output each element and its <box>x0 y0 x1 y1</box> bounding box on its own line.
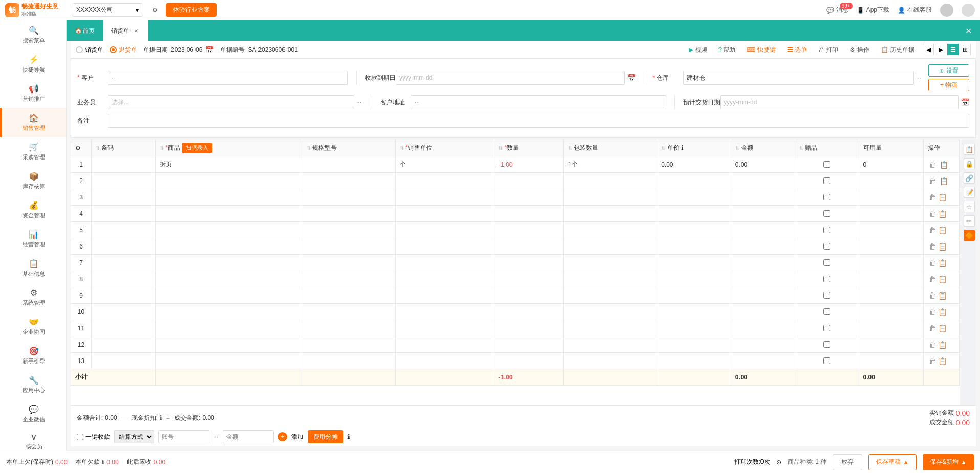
row-11-quantity[interactable] <box>494 320 564 336</box>
row-9-delete-icon[interactable]: 🗑 <box>929 291 936 300</box>
row-13-delete-icon[interactable]: 🗑 <box>929 357 936 365</box>
row-6-copy-icon[interactable]: 📋 <box>938 242 947 251</box>
row-8-delete-icon[interactable]: 🗑 <box>929 275 936 283</box>
payment-date-calendar-icon[interactable]: 📅 <box>627 74 636 82</box>
row-12-product[interactable] <box>155 336 302 353</box>
th-settings[interactable]: ⚙ <box>71 140 92 156</box>
shortcut-btn[interactable]: ⌨ 快捷键 <box>744 44 778 55</box>
row-7-quantity[interactable] <box>494 255 564 271</box>
row-9-copy-icon[interactable]: 📋 <box>938 291 947 300</box>
expected-date-calendar-icon[interactable]: 📅 <box>961 98 969 106</box>
row-3-product[interactable] <box>155 189 302 206</box>
right-panel-note-icon[interactable]: 📝 <box>964 187 975 198</box>
row-10-quantity[interactable] <box>494 304 564 320</box>
row-11-copy-icon[interactable]: 📋 <box>938 324 947 332</box>
warehouse-dots[interactable]: ··· <box>914 74 923 81</box>
sidebar-item-quick-nav[interactable]: ⚡ 快捷导航 <box>0 50 66 79</box>
settings-button[interactable]: ⊙ 设置 <box>928 64 969 77</box>
tab-sales-order[interactable]: 销货单 ✕ <box>103 20 148 41</box>
row-2-price[interactable] <box>657 173 731 189</box>
row-11-delete-icon[interactable]: 🗑 <box>929 324 936 332</box>
discard-button[interactable]: 放弃 <box>833 454 862 470</box>
row-4-delete-icon[interactable]: 🗑 <box>929 210 936 218</box>
row-12-quantity[interactable] <box>494 336 564 353</box>
tab-close-icon[interactable]: ✕ <box>133 27 140 34</box>
sidebar-item-sales[interactable]: 🏠 销售管理 <box>0 108 66 137</box>
company-selector[interactable]: XXXXXX公司 ▾ <box>72 3 143 17</box>
row-13-price[interactable] <box>657 353 731 369</box>
row-8-gift[interactable] <box>795 271 859 287</box>
avatar-2[interactable] <box>962 4 975 17</box>
right-panel-clipboard-icon[interactable]: 📋 <box>964 144 975 155</box>
sidebar-item-apps[interactable]: 🔧 应用中心 <box>0 370 66 399</box>
row-5-gift[interactable] <box>795 222 859 238</box>
row-10-copy-icon[interactable]: 📋 <box>938 308 947 316</box>
row-7-delete-icon[interactable]: 🗑 <box>929 259 936 267</box>
row-5-copy-icon[interactable]: 📋 <box>938 226 947 234</box>
row-13-gift[interactable] <box>795 353 859 369</box>
fee-split-button[interactable]: 费用分摊 <box>308 430 343 443</box>
expected-date-input[interactable]: yyyy-mm-dd <box>720 95 959 109</box>
row-7-copy-icon[interactable]: 📋 <box>938 259 947 267</box>
trial-button[interactable]: 体验行业方案 <box>166 3 217 17</box>
sidebar-item-system[interactable]: ⚙ 系统管理 <box>0 283 66 312</box>
right-panel-lock-icon[interactable]: 🔒 <box>964 158 975 169</box>
calc-method-select[interactable]: 结算方式 <box>114 430 154 443</box>
scan-button[interactable]: 扫码录入 <box>182 143 212 153</box>
sidebar-item-basic-info[interactable]: 📋 基础信息 <box>0 254 66 283</box>
row-5-delete-icon[interactable]: 🗑 <box>929 226 936 234</box>
sidebar-item-business[interactable]: 📊 经营管理 <box>0 224 66 254</box>
row-1-product[interactable]: 拆页 <box>155 156 302 173</box>
row-12-gift[interactable] <box>795 336 859 353</box>
tab-home[interactable]: 🏠 首页 <box>67 20 103 41</box>
save-draft-button[interactable]: 保存草稿 ▲ <box>868 454 917 470</box>
row-8-quantity[interactable] <box>494 271 564 287</box>
row-2-quantity[interactable] <box>494 173 564 189</box>
right-panel-link-icon[interactable]: 🔗 <box>964 172 975 184</box>
row-2-gift[interactable] <box>795 173 859 189</box>
one-click-pay-check[interactable]: 一键收款 <box>77 433 110 441</box>
row-4-product[interactable] <box>155 206 302 222</box>
sidebar-item-wechat[interactable]: 💬 企业微信 <box>0 399 66 429</box>
sidebar-item-inventory[interactable]: 📦 库存核算 <box>0 166 66 195</box>
add-payment-button[interactable]: + <box>278 432 287 441</box>
row-9-quantity[interactable] <box>494 287 564 304</box>
settings-icon-btn[interactable]: ⚙ <box>147 3 162 17</box>
sidebar-item-purchase[interactable]: 🛒 采购管理 <box>0 137 66 166</box>
sidebar-item-guide[interactable]: 🎯 新手引导 <box>0 341 66 370</box>
row-1-gift[interactable] <box>795 156 859 173</box>
avatar[interactable] <box>940 4 953 17</box>
row-11-price[interactable] <box>657 320 731 336</box>
account-dots[interactable]: ··· <box>213 433 219 440</box>
row-1-delete-icon[interactable]: 🗑 <box>929 161 936 169</box>
row-3-price[interactable] <box>657 189 731 206</box>
row-5-product[interactable] <box>155 222 302 238</box>
row-2-copy-icon[interactable]: 📋 <box>940 177 948 185</box>
row-10-delete-icon[interactable]: 🗑 <box>929 308 936 316</box>
view-btn-right[interactable]: ▶ <box>935 44 946 55</box>
online-support-item[interactable]: 👤 在线客服 <box>898 6 932 14</box>
row-2-product[interactable] <box>155 173 302 189</box>
row-7-gift[interactable] <box>795 255 859 271</box>
row-9-price[interactable] <box>657 287 731 304</box>
row-13-copy-icon[interactable]: 📋 <box>938 357 947 365</box>
row-6-delete-icon[interactable]: 🗑 <box>929 242 936 251</box>
video-btn[interactable]: ▶视频 <box>686 44 710 55</box>
right-panel-star-icon[interactable]: ☆ <box>964 201 975 212</box>
radio-sales-order[interactable]: 销货单 <box>76 46 103 54</box>
close-all-tabs-icon[interactable]: ✕ <box>961 26 976 36</box>
view-btn-list[interactable]: ◀ <box>923 44 934 55</box>
sidebar-item-finance[interactable]: 💰 资金管理 <box>0 195 66 224</box>
payment-date-input[interactable]: yyyy-mm-dd <box>396 71 625 85</box>
row-6-price[interactable] <box>657 238 731 255</box>
row-4-quantity[interactable] <box>494 206 564 222</box>
row-8-copy-icon[interactable]: 📋 <box>938 275 947 283</box>
row-4-price[interactable] <box>657 206 731 222</box>
logistics-button[interactable]: + 物流 <box>928 79 969 91</box>
amount-input[interactable] <box>223 430 274 443</box>
row-8-price[interactable] <box>657 271 731 287</box>
row-4-gift[interactable] <box>795 206 859 222</box>
row-1-copy-icon[interactable]: 📋 <box>940 161 948 169</box>
row-13-quantity[interactable] <box>494 353 564 369</box>
row-9-product[interactable] <box>155 287 302 304</box>
